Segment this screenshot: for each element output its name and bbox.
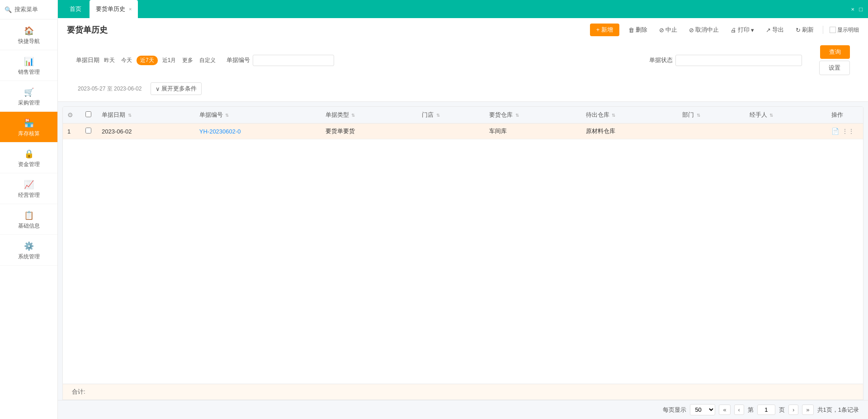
set-button[interactable]: 设置 (819, 61, 850, 75)
date-option-more[interactable]: 更多 (180, 56, 195, 65)
col-settings: ⚙ (63, 107, 81, 124)
table-container: ⚙ 单据日期 ⇅ 单据编号 ⇅ (62, 106, 863, 384)
cell-doc-type: 要货单要货 (321, 124, 418, 139)
select-all-checkbox[interactable] (85, 111, 91, 117)
cell-checkbox (81, 124, 97, 139)
prev-page-button[interactable]: ‹ (734, 405, 744, 415)
sidebar-item-finance[interactable]: 🔒 资金管理 (0, 143, 57, 173)
print-button[interactable]: 🖨 打印 ▾ (728, 24, 757, 36)
export-button[interactable]: ↗ 导出 (763, 24, 787, 36)
table-settings-icon[interactable]: ⚙ (67, 111, 73, 119)
col-handler: 经手人 ⇅ (745, 107, 827, 124)
window-minimize-icon[interactable]: □ (859, 6, 863, 13)
filter-date-group: 单据日期 昨天 今天 近7天 近1月 更多 自定义 (76, 56, 217, 65)
col-store-label: 门店 (422, 111, 434, 118)
col-doc-no: 单据编号 ⇅ (195, 107, 321, 124)
sidebar-item-operation[interactable]: 📈 经营管理 (0, 173, 57, 204)
sidebar-search[interactable]: 🔍 搜索菜单 (0, 0, 57, 19)
next-page-button[interactable]: › (788, 405, 798, 415)
sidebar-search-label: 搜索菜单 (14, 5, 38, 14)
sidebar-item-inventory[interactable]: 🏪 库存核算 (0, 112, 57, 143)
cell-action: 📄 ⋮⋮ (827, 124, 863, 139)
cell-department (678, 124, 745, 139)
sidebar: 🔍 搜索菜单 🏠 快捷导航 📊 销售管理 🛒 采购管理 🏪 库存核算 🔒 资金管… (0, 0, 58, 419)
basic-icon: 📋 (24, 210, 34, 220)
sidebar-item-system[interactable]: ⚙️ 系统管理 (0, 235, 57, 266)
col-doc-type-label: 单据类型 (326, 111, 349, 118)
window-close-icon[interactable]: × (851, 6, 855, 13)
row-doc-no-link[interactable]: YH-20230602-0 (199, 128, 241, 135)
delete-icon: 🗑 (628, 27, 634, 33)
refresh-label: 刷新 (802, 26, 814, 34)
cancel-stop-icon: ⊘ (689, 27, 694, 33)
refresh-button[interactable]: ↻ 刷新 (793, 24, 816, 36)
system-icon: ⚙️ (24, 241, 34, 251)
row-index: 1 (67, 128, 71, 135)
home-tab-label: 首页 (70, 5, 81, 13)
table-head: ⚙ 单据日期 ⇅ 单据编号 ⇅ (63, 107, 863, 124)
tab-home[interactable]: 首页 (63, 0, 88, 18)
per-page-label: 每页显示 (663, 406, 686, 414)
date-option-custom[interactable]: 自定义 (198, 56, 217, 65)
delete-button[interactable]: 🗑 删除 (626, 24, 650, 36)
expand-label: 展开更多条件 (161, 85, 197, 93)
records-table: ⚙ 单据日期 ⇅ 单据编号 ⇅ (63, 107, 863, 139)
home-icon: 🏠 (24, 26, 34, 36)
filter-status-group: 单据状态 (649, 55, 802, 66)
sidebar-item-basic[interactable]: 📋 基础信息 (0, 204, 57, 235)
topbar: 首页 要货单历史 × × □ (58, 0, 868, 18)
col-pending-warehouse-label: 待出仓库 (586, 111, 609, 118)
show-detail-checkbox[interactable] (830, 27, 836, 33)
date-option-7days[interactable]: 近7天 (137, 56, 158, 65)
tab-close-icon[interactable]: × (129, 6, 132, 12)
sidebar-item-label: 库存核算 (18, 130, 40, 138)
action-icons: 📄 ⋮⋮ (831, 128, 859, 135)
last-page-button[interactable]: » (802, 405, 813, 415)
print-icon: 🖨 (731, 27, 736, 33)
show-detail-button[interactable]: 显示明细 (830, 26, 859, 34)
filter-docno-input[interactable] (253, 55, 334, 66)
filter-date-label: 单据日期 (76, 56, 99, 64)
sidebar-item-sales[interactable]: 📊 销售管理 (0, 50, 57, 81)
sidebar-item-label: 经营管理 (18, 191, 40, 199)
cancel-stop-button[interactable]: ⊘ 取消中止 (686, 24, 722, 36)
date-option-yesterday[interactable]: 昨天 (102, 56, 117, 65)
per-page-select[interactable]: 50 10 20 100 (690, 404, 715, 415)
delete-label: 删除 (636, 26, 647, 34)
col-doc-no-label: 单据编号 (199, 111, 223, 118)
stop-button[interactable]: ⊘ 中止 (656, 24, 680, 36)
col-handler-sort-icon: ⇅ (769, 113, 773, 118)
sidebar-item-label: 销售管理 (18, 68, 40, 76)
first-page-button[interactable]: « (719, 405, 730, 415)
date-option-1month[interactable]: 近1月 (160, 56, 178, 65)
footer-label: 合计: (72, 388, 85, 396)
cell-store (417, 124, 485, 139)
export-label: 导出 (772, 26, 784, 34)
row-checkbox[interactable] (85, 128, 91, 133)
row-more-icon[interactable]: ⋮⋮ (842, 128, 854, 135)
cell-pending-warehouse: 原材料仓库 (581, 124, 678, 139)
page-content: 要货单历史 + 新增 🗑 删除 ⊘ 中止 ⊘ 取消中止 (58, 18, 868, 419)
col-store-sort-icon: ⇅ (436, 113, 440, 118)
cell-doc-no: YH-20230602-0 (195, 124, 321, 139)
refresh-icon: ↻ (796, 27, 801, 33)
expand-filter-button[interactable]: ∨ 展开更多条件 (151, 82, 202, 95)
col-action: 操作 (827, 107, 863, 124)
col-department: 部门 ⇅ (678, 107, 745, 124)
sidebar-item-purchase[interactable]: 🛒 采购管理 (0, 81, 57, 112)
page-number-input[interactable] (757, 405, 775, 415)
query-button[interactable]: 查询 (820, 45, 850, 59)
col-action-label: 操作 (831, 111, 843, 118)
filter-status-select[interactable] (675, 55, 802, 66)
sidebar-item-label: 资金管理 (18, 161, 40, 168)
tab-active[interactable]: 要货单历史 × (90, 0, 138, 18)
pagination-bar: 每页显示 50 10 20 100 « ‹ 第 页 › » 共1页，1条记录 (58, 400, 868, 419)
date-option-today[interactable]: 今天 (119, 56, 134, 65)
col-doc-type-sort-icon: ⇅ (351, 113, 355, 118)
total-info: 共1页，1条记录 (817, 406, 859, 414)
new-button[interactable]: + 新增 (590, 24, 619, 36)
sidebar-item-label: 采购管理 (18, 99, 40, 107)
row-edit-icon[interactable]: 📄 (831, 128, 839, 135)
sidebar-item-quick-nav[interactable]: 🏠 快捷导航 (0, 19, 57, 50)
col-req-warehouse-label: 要货仓库 (489, 111, 513, 118)
